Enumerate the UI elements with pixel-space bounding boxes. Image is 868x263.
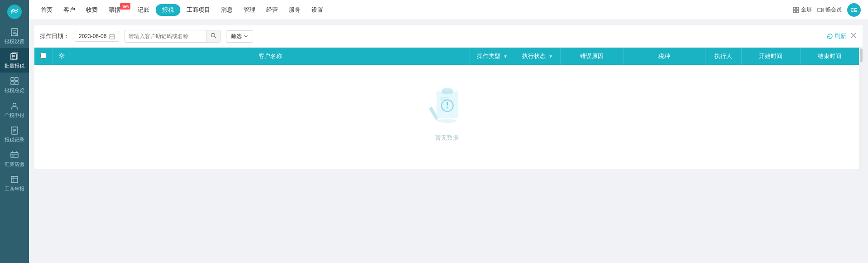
col-endtime-label: 结束时间 (818, 53, 841, 59)
nav-item-gongshangxiangmu[interactable]: 工商项目 (182, 4, 215, 16)
svg-rect-29 (793, 10, 796, 13)
svg-point-50 (446, 107, 448, 108)
sidebar-label-gesuishenbao: 个税申报 (5, 112, 24, 118)
nav-item-baoshui[interactable]: 报税 (156, 4, 180, 16)
app-logo (6, 4, 23, 20)
data-table: 客户名称 操作类型 ▼ 执行状态 ▼ (34, 48, 859, 169)
nav-item-xiaoxi[interactable]: 消息 (216, 4, 237, 16)
annual-report-icon (10, 175, 19, 185)
sidebar-label-gongshangnianb: 工商年报 (5, 186, 24, 192)
col-starttime: 开始时间 (741, 48, 800, 65)
table-scrollbar[interactable] (859, 48, 863, 169)
col-checkbox (34, 48, 53, 65)
search-button[interactable] (206, 30, 220, 42)
main-area: 首页 客户 收费 票据 new 记账 报税 工商项目 消息 管理 经营 服务 设… (29, 0, 868, 263)
col-error-label: 错误原因 (580, 53, 604, 59)
search-icon (211, 33, 216, 39)
overview-icon (10, 76, 19, 86)
col-endtime: 结束时间 (800, 48, 859, 65)
sidebar-item-baoshuishezhi[interactable]: 报税设置 (0, 24, 29, 48)
svg-rect-10 (11, 78, 14, 81)
nav-item-guanli[interactable]: 管理 (239, 4, 260, 16)
svg-point-40 (61, 55, 62, 57)
empty-illustration (424, 83, 470, 128)
close-button[interactable] (850, 32, 857, 41)
select-all-checkbox[interactable] (40, 53, 46, 58)
nav-item-jizhang[interactable]: 记账 (133, 4, 154, 16)
svg-rect-11 (15, 78, 18, 81)
user-avatar[interactable]: CE (847, 3, 861, 17)
col-settings-icon[interactable] (58, 53, 65, 59)
sidebar: 报税设置 批量报税 报税总览 (0, 0, 29, 263)
svg-rect-12 (11, 82, 14, 85)
sidebar-item-gongshangnianb[interactable]: 工商年报 (0, 171, 29, 195)
col-status[interactable]: 执行状态 ▼ (515, 48, 560, 65)
search-input[interactable] (125, 31, 206, 41)
date-picker[interactable]: 2023-06-06 (75, 31, 119, 42)
col-client: 客户名称 (71, 48, 470, 65)
svg-rect-24 (11, 176, 18, 183)
svg-point-53 (438, 119, 456, 123)
scroll-thumb[interactable] (860, 49, 863, 62)
sidebar-item-gesuishenbao[interactable]: 个税申报 (0, 97, 29, 122)
sidebar-label-huisuanjiao: 汇算清缴 (5, 161, 24, 167)
member-label: 畅会员 (825, 6, 842, 14)
nav-item-fuwu[interactable]: 服务 (284, 4, 305, 16)
col-optype[interactable]: 操作类型 ▼ (470, 48, 515, 65)
nav-item-jingying[interactable]: 经营 (262, 4, 283, 16)
sidebar-item-piliangbaoshui[interactable]: 批量报税 (0, 48, 29, 73)
nav-item-piaoju[interactable]: 票据 new (104, 4, 131, 16)
calendar-icon (109, 34, 115, 39)
sidebar-label-baoshuishezhi: 报税设置 (5, 39, 24, 44)
col-optype-label: 操作类型 (477, 53, 500, 59)
col-client-label: 客户名称 (259, 53, 282, 59)
refresh-button[interactable]: 刷新 (827, 32, 846, 40)
table-container: 操作日期： 2023-06-06 (34, 25, 863, 169)
col-settings (53, 48, 71, 65)
close-icon (850, 32, 857, 39)
col-status-label: 执行状态 (522, 53, 546, 59)
annual-settlement-icon: 汇 (10, 150, 19, 160)
page-content: 操作日期： 2023-06-06 (29, 20, 868, 263)
filter-label: 筛选 (231, 33, 242, 40)
user-initials: CE (850, 7, 857, 13)
empty-text: 暂无数据 (435, 134, 459, 142)
sidebar-label-piliangbaoshui: 批量报税 (5, 63, 24, 69)
svg-rect-27 (793, 7, 796, 10)
svg-rect-28 (796, 7, 799, 10)
sidebar-item-baoshuijilu[interactable]: 报税记录 (0, 122, 29, 146)
tax-record-icon (10, 126, 19, 136)
toolbar: 操作日期： 2023-06-06 (34, 25, 863, 48)
col-executor: 执行人 (705, 48, 741, 65)
nav-item-shoufe[interactable]: 收费 (82, 4, 102, 16)
filter-button[interactable]: 筛选 (226, 30, 253, 43)
empty-state: 暂无数据 (34, 65, 859, 169)
svg-rect-47 (443, 88, 451, 91)
search-box (125, 30, 221, 43)
personal-tax-icon (10, 101, 19, 111)
svg-rect-13 (15, 82, 18, 85)
member-btn[interactable]: 畅会员 (817, 6, 842, 14)
new-badge: new (120, 3, 130, 10)
col-tax: 税种 (623, 48, 705, 65)
empty-state-cell: 暂无数据 (34, 65, 859, 169)
date-label: 操作日期： (40, 32, 69, 40)
nav-item-shouye[interactable]: 首页 (36, 4, 57, 16)
chevron-down-icon (244, 34, 248, 39)
refresh-label: 刷新 (834, 32, 846, 40)
date-value: 2023-06-06 (79, 33, 106, 39)
fullscreen-btn[interactable]: 全屏 (793, 6, 812, 14)
nav-right: 全屏 畅会员 CE (793, 3, 861, 17)
sidebar-item-huisuanjiao[interactable]: 汇 汇算清缴 (0, 146, 29, 171)
toolbar-right: 刷新 (827, 32, 857, 41)
sidebar-item-baoshuizonglan[interactable]: 报税总览 (0, 73, 29, 97)
content-area: 操作日期： 2023-06-06 (29, 20, 868, 263)
svg-text:汇: 汇 (12, 155, 15, 157)
top-nav: 首页 客户 收费 票据 new 记账 报税 工商项目 消息 管理 经营 服务 设… (29, 0, 868, 20)
svg-line-37 (215, 37, 216, 39)
nav-item-shezhi[interactable]: 设置 (307, 4, 328, 16)
sidebar-label-baoshuizonglan: 报税总览 (5, 88, 24, 93)
col-starttime-label: 开始时间 (759, 53, 782, 59)
batch-tax-icon (10, 52, 19, 62)
nav-item-kehu[interactable]: 客户 (59, 4, 80, 16)
